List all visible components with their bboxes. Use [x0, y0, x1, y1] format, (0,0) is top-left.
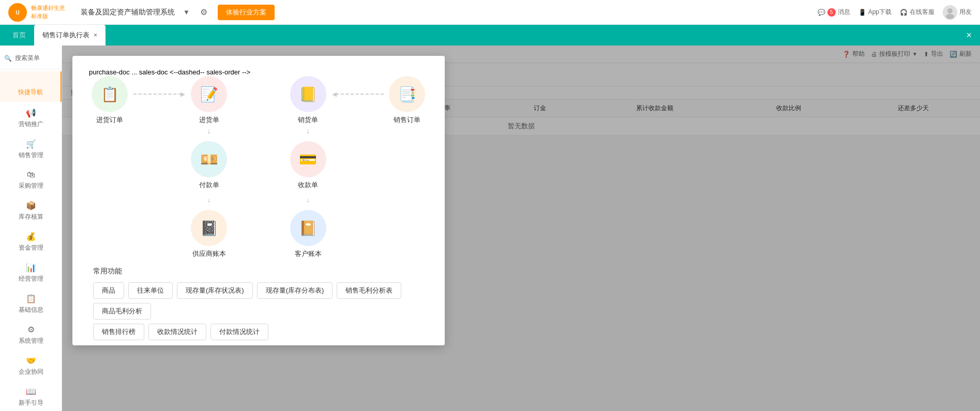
purchase-order-circle: 📋 — [92, 76, 128, 112]
dropdown-icon[interactable]: ▼ — [183, 8, 190, 16]
sidebar-item-quick-nav[interactable]: ⌂ 快捷导航 — [0, 71, 62, 102]
sidebar-item-finance[interactable]: 💰 资金管理 — [0, 226, 62, 257]
user-name: 用友 — [959, 8, 972, 17]
arrow-order-to-doc: ◀ — [332, 90, 384, 98]
close-window-btn[interactable]: × — [962, 30, 976, 41]
system-icon: ⚙ — [27, 325, 35, 334]
top-header: U 畅康通好生意 标准版 装备及固定资产辅助管理系统 ▼ ⚙ 体验行业方案 💬 … — [0, 0, 980, 25]
cf-btn-sales-profit[interactable]: 销售毛利分析表 — [337, 282, 401, 299]
sidebar-item-label: 库存核算 — [19, 212, 43, 221]
tab-sales-order[interactable]: 销售订单执行表 × — [34, 25, 105, 45]
sidebar-item-label: 系统管理 — [19, 337, 43, 345]
app-download-label: App下载 — [868, 8, 892, 17]
payment-doc-icon: 💴 — [200, 151, 218, 168]
down-arrows-row: ↓ ↓ — [89, 125, 428, 137]
sidebar-item-basic-info[interactable]: 📋 基础信息 — [0, 288, 62, 319]
header-right: 💬 5 消息 📱 App下载 🎧 在线客服 用友 — [818, 5, 972, 20]
purchase-order-label: 进货订单 — [96, 115, 123, 125]
newbie-icon: 📖 — [26, 387, 36, 397]
sidebar-item-enterprise[interactable]: 🤝 企业协同 — [0, 351, 62, 382]
purchase-doc-label: 进货单 — [199, 115, 219, 125]
tab-home[interactable]: 首页 — [4, 25, 34, 45]
experience-btn[interactable]: 体验行业方案 — [218, 5, 275, 20]
sidebar-search-label: 搜索菜单 — [15, 54, 40, 63]
sidebar-item-label: 销售管理 — [19, 151, 43, 160]
sidebar-item-label: 营销推广 — [19, 120, 43, 129]
svg-point-3 — [947, 8, 953, 13]
cf-btn-partner[interactable]: 往来单位 — [128, 282, 173, 299]
customer-account-icon: 📔 — [299, 220, 317, 237]
sidebar-item-label: 基础信息 — [19, 306, 43, 314]
cf-btn-stock-status[interactable]: 现存量(库存状况表) — [177, 282, 253, 299]
down-arrow-sales: ↓ — [290, 127, 326, 135]
inventory-icon: 📦 — [26, 201, 36, 210]
gear-icon[interactable]: ⚙ — [200, 7, 207, 17]
content-area: ❓ 帮助 🖨 按模板打印 ▼ ⬆ 导出 🔄 刷新 📅 单据状态 — [62, 45, 980, 411]
logo-area: U 畅康通好生意 标准版 — [8, 3, 70, 22]
sidebar-item-marketing[interactable]: 📢 营销推广 — [0, 103, 62, 134]
flow-diagram: purchase-doc ... sales-doc <--dashed-- s… — [72, 56, 445, 267]
cf-btn-stock-dist[interactable]: 现存量(库存分布表) — [257, 282, 333, 299]
tab-home-label: 首页 — [12, 31, 26, 40]
supplier-account-circle: 📓 — [191, 210, 227, 246]
sidebar-item-inventory[interactable]: 📦 库存核算 — [0, 195, 62, 226]
sidebar-item-sales[interactable]: 🛒 销售管理 — [0, 134, 62, 165]
purchase-icon: 🛍 — [27, 170, 35, 179]
headset-icon: 🎧 — [900, 9, 908, 16]
sidebar-search[interactable]: 🔍 搜索菜单 — [0, 50, 62, 69]
receipt-doc-circle: 💳 — [290, 141, 326, 177]
receipt-doc-icon: 💳 — [299, 151, 317, 168]
flow-payment-doc: 💴 付款单 — [191, 141, 227, 190]
sidebar: 🔍 搜索菜单 ⌂ 快捷导航 📢 营销推广 🛒 销售管理 🛍 采购管理 📦 库存核… — [0, 45, 62, 411]
arrow-purchase-to-doc: ▶ — [133, 90, 185, 98]
common-functions: 常用功能 商品 往来单位 现存量(库存状况表) 现存量(库存分布表) 销售毛利分… — [72, 267, 445, 345]
flow-receipt-doc: 💳 收款单 — [290, 141, 326, 190]
flow-bottom-row: 📓 供应商账本 📔 客户账本 — [89, 210, 428, 258]
sidebar-item-label: 新手引导 — [19, 399, 43, 407]
user-menu[interactable]: 用友 — [943, 5, 972, 20]
down-arrows-row-2: ↓ ↓ — [89, 194, 428, 206]
down-arrow-receipt: ↓ — [290, 196, 326, 204]
sales-order-label: 销售订单 — [394, 115, 420, 125]
sidebar-item-system[interactable]: ⚙ 系统管理 — [0, 319, 62, 351]
down-arrow-3: ↓ — [207, 196, 211, 204]
flow-middle-row: 💴 付款单 💳 收款单 — [89, 141, 428, 190]
sidebar-item-label: 采购管理 — [19, 181, 43, 190]
sidebar-item-label: 资金管理 — [19, 243, 43, 252]
flow-supplier-account: 📓 供应商账本 — [191, 210, 227, 258]
sales-doc-circle: 📒 — [290, 76, 326, 112]
message-icon: 💬 — [818, 9, 825, 16]
search-icon: 🔍 — [4, 55, 12, 62]
purchase-order-icon: 📋 — [101, 86, 119, 103]
operations-icon: 📊 — [26, 263, 36, 272]
user-avatar — [943, 5, 957, 20]
sidebar-item-newbie[interactable]: 📖 新手引导 — [0, 382, 62, 411]
app-download-btn[interactable]: 📱 App下载 — [858, 8, 892, 17]
message-label: 消息 — [838, 8, 850, 17]
cf-btn-sales-ranking[interactable]: 销售排行榜 — [93, 324, 144, 340]
tab-close-icon[interactable]: × — [94, 32, 97, 39]
online-service-btn[interactable]: 🎧 在线客服 — [900, 8, 934, 17]
cf-buttons-row2: 销售排行榜 收款情况统计 付款情况统计 — [93, 324, 424, 340]
sidebar-item-operations[interactable]: 📊 经营管理 — [0, 257, 62, 288]
cf-btn-goods-profit[interactable]: 商品毛利分析 — [93, 303, 151, 319]
spacer-1 — [92, 127, 128, 135]
message-btn[interactable]: 💬 5 消息 — [818, 8, 850, 17]
cf-btn-payment-stats[interactable]: 付款情况统计 — [210, 324, 268, 340]
customer-account-circle: 📔 — [290, 210, 326, 246]
flow-sales-doc: 📒 销货单 — [290, 76, 326, 125]
sidebar-item-label: 企业协同 — [19, 368, 43, 376]
cf-btn-goods[interactable]: 商品 — [93, 282, 124, 299]
flow-top-row: 📋 进货订单 ▶ 📝 — [89, 76, 428, 125]
finance-icon: 💰 — [26, 232, 36, 241]
supplier-account-icon: 📓 — [200, 220, 218, 237]
nav-tabs: 首页 销售订单执行表 × × — [0, 25, 980, 45]
sidebar-item-purchase[interactable]: 🛍 采购管理 — [0, 165, 62, 195]
cf-btn-receipt-stats[interactable]: 收款情况统计 — [148, 324, 206, 340]
purchase-doc-circle: 📝 — [191, 76, 227, 112]
cf-buttons: 商品 往来单位 现存量(库存状况表) 现存量(库存分布表) 销售毛利分析表 商品… — [93, 282, 424, 319]
customer-account-label: 客户账本 — [295, 249, 322, 258]
system-title: 装备及固定资产辅助管理系统 — [81, 8, 175, 17]
payment-doc-label: 付款单 — [199, 180, 219, 190]
quick-nav-icon: ⌂ — [28, 77, 33, 86]
